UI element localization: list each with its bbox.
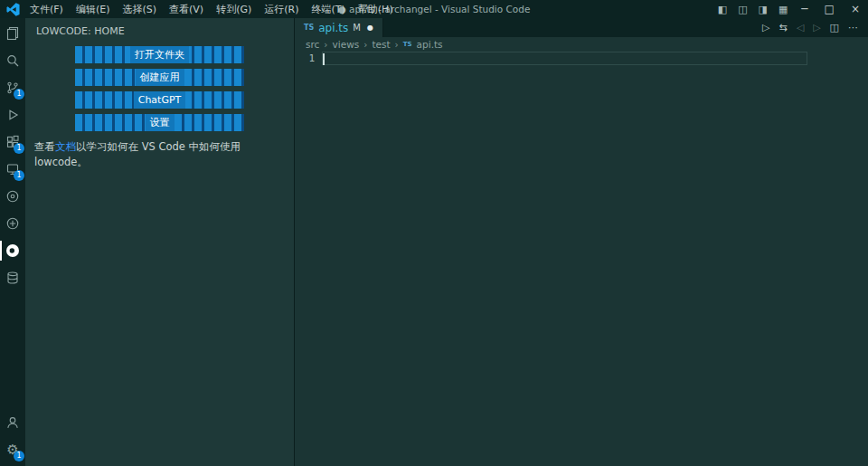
more-actions-icon[interactable]: ⋯	[844, 22, 863, 33]
menu-help[interactable]: 帮助(H)	[352, 3, 400, 16]
chatgpt-button[interactable]: ChatGPT	[75, 91, 244, 109]
toggle-secondary-sidebar-icon[interactable]: ◨	[753, 4, 773, 15]
breadcrumb-views[interactable]: views	[333, 39, 360, 50]
current-line-highlight	[322, 52, 807, 65]
line-number: 1	[295, 52, 315, 66]
menu-view[interactable]: 查看(V)	[163, 3, 210, 16]
vscode-window: 文件(F) 编辑(E) 选择(S) 查看(V) 转到(G) 运行(R) 终端(T…	[0, 0, 868, 466]
activity-bar: 1 1 1	[0, 18, 25, 466]
menu-bar: 文件(F) 编辑(E) 选择(S) 查看(V) 转到(G) 运行(R) 终端(T…	[24, 3, 400, 16]
tab-bar: TS api.ts M ● ▷ ⇆ ◁ ▷ ◫ ⋯	[295, 18, 868, 37]
menu-run[interactable]: 运行(R)	[258, 3, 305, 16]
maximize-button[interactable]: □	[816, 0, 843, 18]
titlebar: 文件(F) 编辑(E) 选择(S) 查看(V) 转到(G) 运行(R) 终端(T…	[0, 0, 868, 18]
lowcode-extension-icon[interactable]	[0, 237, 25, 264]
customize-layout-icon[interactable]: ▦	[773, 4, 793, 15]
tab-label: api.ts	[318, 22, 348, 34]
settings-label: 设置	[146, 114, 175, 131]
help-text-prefix: 查看	[34, 140, 55, 153]
close-button[interactable]: ×	[843, 0, 868, 18]
settings-badge: 1	[14, 451, 24, 461]
menu-edit[interactable]: 编辑(E)	[70, 3, 117, 16]
run-file-icon[interactable]: ▷	[758, 22, 774, 33]
menu-file[interactable]: 文件(F)	[24, 3, 70, 16]
accounts-icon[interactable]	[0, 409, 25, 436]
create-app-button[interactable]: 创建应用	[75, 69, 244, 86]
source-control-badge: 1	[14, 89, 24, 100]
explorer-icon[interactable]	[0, 20, 25, 47]
source-control-icon[interactable]: 1	[0, 74, 25, 101]
docs-link[interactable]: 文档	[55, 140, 76, 153]
activity-bar-bottom: ⚙ 1	[0, 409, 25, 463]
database-icon[interactable]	[0, 264, 25, 291]
editor-actions: ▷ ⇆ ◁ ▷ ◫ ⋯	[758, 18, 868, 37]
typescript-file-icon: TS	[304, 24, 314, 32]
breadcrumb-api-ts[interactable]: api.ts	[417, 39, 443, 50]
breadcrumb-separator: ›	[395, 39, 399, 50]
run-and-debug-icon[interactable]	[0, 101, 25, 128]
sidebar-help-text: 查看文档以学习如何在 VS Code 中如何使用 lowcode。	[34, 139, 285, 171]
vscode-logo-icon	[6, 3, 20, 16]
tab-api-ts[interactable]: TS api.ts M ●	[295, 18, 383, 37]
chatgpt-label: ChatGPT	[134, 91, 186, 109]
editor-group: TS api.ts M ● ▷ ⇆ ◁ ▷ ◫ ⋯ src › views	[295, 18, 868, 466]
window-controls: ◧ ◫ ◨ ▦ ─ □ ×	[712, 0, 868, 18]
menu-selection[interactable]: 选择(S)	[116, 3, 163, 16]
breadcrumb: src › views › test › TS api.ts	[295, 37, 868, 52]
search-icon[interactable]	[0, 47, 25, 74]
toggle-panel-icon[interactable]: ◫	[732, 4, 752, 15]
lowcode-sidebar: LOWCODE: HOME 打开文件夹 创建应用 ChatGPT 设置 查看文档…	[25, 18, 295, 466]
open-folder-button[interactable]: 打开文件夹	[75, 46, 244, 63]
text-cursor	[323, 53, 325, 65]
containers-icon[interactable]	[0, 210, 25, 237]
unsaved-dot-icon[interactable]: ●	[367, 24, 373, 32]
next-change-icon[interactable]: ▷	[808, 22, 825, 33]
breadcrumb-separator: ›	[324, 39, 327, 50]
live-share-icon[interactable]	[0, 183, 25, 210]
menu-go[interactable]: 转到(G)	[210, 3, 258, 16]
minimize-button[interactable]: ─	[793, 0, 816, 18]
typescript-file-icon: TS	[403, 41, 412, 48]
extensions-icon[interactable]: 1	[0, 128, 25, 156]
create-app-label: 创建应用	[136, 69, 184, 86]
git-modified-badge: M	[353, 23, 361, 33]
open-folder-label: 打开文件夹	[130, 46, 189, 63]
open-changes-icon[interactable]: ⇆	[774, 22, 791, 33]
remote-explorer-badge: 1	[14, 170, 24, 181]
extensions-badge: 1	[14, 143, 24, 154]
settings-button[interactable]: 设置	[75, 114, 244, 131]
toggle-sidebar-icon[interactable]: ◧	[712, 4, 732, 15]
breadcrumb-separator: ›	[363, 39, 367, 50]
breadcrumb-test[interactable]: test	[372, 39, 390, 50]
breadcrumb-src[interactable]: src	[306, 39, 319, 50]
code-editor[interactable]: 1	[295, 52, 868, 466]
previous-change-icon[interactable]: ◁	[792, 22, 808, 33]
settings-gear-icon[interactable]: ⚙ 1	[0, 436, 25, 463]
sidebar-title: LOWCODE: HOME	[25, 18, 294, 46]
menu-terminal[interactable]: 终端(T)	[306, 3, 352, 16]
split-editor-icon[interactable]: ◫	[826, 22, 844, 33]
remote-explorer-icon[interactable]: 1	[0, 156, 25, 183]
